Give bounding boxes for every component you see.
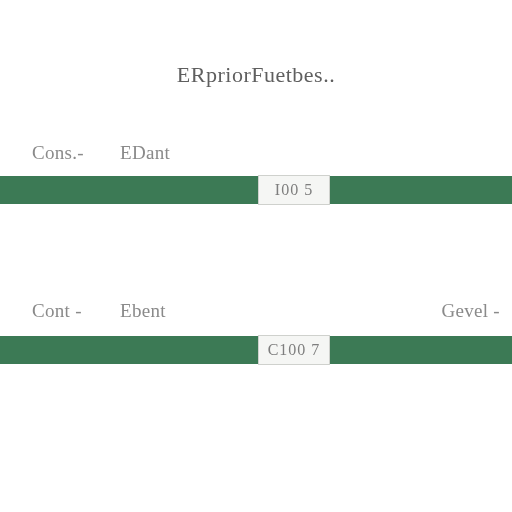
row-2-bar: [0, 336, 512, 364]
figure-canvas: ERpriorFuetbes.. Cons.- EDant I00 5 Cont…: [0, 0, 512, 512]
row-2-value: C100 7: [258, 335, 330, 365]
figure-title: ERpriorFuetbes..: [0, 62, 512, 88]
row-2-label-b: Ebent: [120, 300, 166, 322]
row-2-label-a: Cont -: [32, 300, 82, 322]
row-2-label-right: Gevel -: [441, 300, 500, 322]
row-1-label-b: EDant: [120, 142, 170, 164]
row-1-bar: [0, 176, 512, 204]
row-1-value: I00 5: [258, 175, 330, 205]
row-1-label-a: Cons.-: [32, 142, 84, 164]
